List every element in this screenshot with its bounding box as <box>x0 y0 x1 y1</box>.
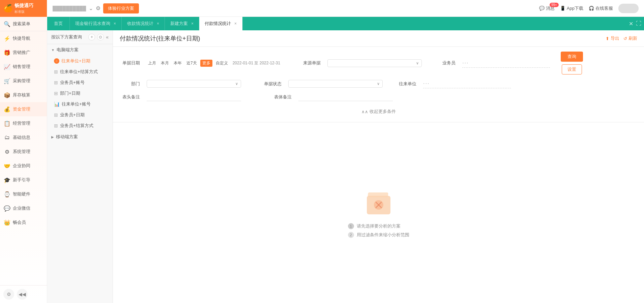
header-gear-btn[interactable]: ⌄ <box>89 5 93 11</box>
collapse-sidebar-btn[interactable]: ◀◀ <box>17 289 28 300</box>
app-name: 畅捷通巧 <box>14 3 33 9</box>
scheme-dept-date-label: 部门+日期 <box>60 90 80 96</box>
date-opt-custom[interactable]: 自定义 <box>214 60 229 67</box>
staff-input[interactable]: ··· <box>462 59 550 68</box>
close-all-tabs-btn[interactable]: ✕ <box>629 21 633 27</box>
body-note-input[interactable] <box>298 93 393 101</box>
source-chevron-icon: ∨ <box>416 61 419 65</box>
add-scheme-btn[interactable]: + <box>88 34 95 40</box>
scheme-staff-date-label: 业务员+日期 <box>60 112 85 118</box>
guide-icon: 🎓 <box>4 177 10 183</box>
scheme-partner-account[interactable]: 📊 往来单位+账号 <box>50 99 113 110</box>
mobile-category-label: 移动端方案 <box>56 134 78 140</box>
tab-payment-close[interactable]: × <box>234 21 237 26</box>
source-select[interactable]: ∨ <box>327 59 422 67</box>
sidebar-item-basic[interactable]: 🗂 基础信息 <box>0 130 47 145</box>
maximize-btn[interactable]: ⛶ <box>636 21 641 27</box>
sidebar-item-wechat[interactable]: 💬 企业微信 <box>0 201 47 215</box>
date-opt-this-month[interactable]: 本月 <box>159 60 170 67</box>
body-note-label: 表体备注 <box>268 94 292 100</box>
date-opt-last-month[interactable]: 上月 <box>147 60 157 67</box>
collapse-scheme-btn[interactable]: « <box>106 34 109 40</box>
refresh-btn[interactable]: ↺ 刷新 <box>623 35 637 41</box>
header-title-blur: ██████████ <box>53 6 86 11</box>
online-service-btn[interactable]: 🎧 在线客服 <box>589 5 613 11</box>
wechat-label: 企业微信 <box>13 205 30 211</box>
tab-new-scheme[interactable]: 新建方案 × <box>165 17 199 30</box>
sidebar-bottom: ⚙ ◀◀ <box>0 285 47 303</box>
tab-payment[interactable]: 付款情况统计 × <box>199 17 242 30</box>
try-industry-btn[interactable]: 体验行业方案 <box>103 3 139 13</box>
staff-label: 业务员 <box>435 60 456 66</box>
sidebar-item-hardware[interactable]: ⌚ 智能硬件 <box>0 187 47 201</box>
content-area: 按以下方案查询 + ⊙ « ▼ 电脑端方案 ○ 往来单位+日期 <box>47 30 644 303</box>
basic-label: 基础信息 <box>13 134 30 141</box>
empty-illustration <box>362 187 396 218</box>
scheme-staff-account[interactable]: ⊞ 业务员+账号 <box>50 77 113 88</box>
head-note-input[interactable] <box>147 93 241 101</box>
doc-status-select[interactable]: ∨ <box>288 80 383 88</box>
scheme-partner-date[interactable]: ○ 往来单位+日期 <box>50 56 113 66</box>
sidebar-item-guide[interactable]: 🎓 新手引导 <box>0 173 47 187</box>
tab-payment-label: 付款情况统计 <box>205 21 231 27</box>
dept-select[interactable]: ∨ <box>147 80 241 88</box>
tab-income-close[interactable]: × <box>157 21 159 26</box>
message-icon: 💬 <box>539 6 545 11</box>
tab-bank-close[interactable]: × <box>114 21 116 26</box>
page-title-bar: 付款情况统计(往来单位+日期) ⬆ 导出 ↺ 刷新 <box>113 30 644 47</box>
sidebar-item-marketing[interactable]: 🎁 营销推广 <box>0 46 47 60</box>
sidebar-item-finance[interactable]: 💰 资金管理 <box>0 102 47 116</box>
quicknav-label: 快捷导航 <box>13 35 30 41</box>
sidebar-item-inventory[interactable]: 📦 库存核算 <box>0 88 47 102</box>
tab-home[interactable]: 首页 <box>47 17 70 30</box>
date-opt-this-year[interactable]: 本年 <box>172 60 183 67</box>
date-opt-7days[interactable]: 近7天 <box>185 60 198 67</box>
message-btn[interactable]: 💬 消息 99+ <box>539 5 555 11</box>
sidebar-item-system[interactable]: ⚙ 系统管理 <box>0 145 47 159</box>
purchase-icon: 🛒 <box>4 78 10 84</box>
user-avatar[interactable] <box>618 4 639 13</box>
filter-settings-btn[interactable]: 设置 <box>562 64 582 74</box>
tab-bank[interactable]: 现金银行流水查询 × <box>70 17 122 30</box>
collab-label: 企业协同 <box>13 163 30 169</box>
sidebar-item-purchase[interactable]: 🛒 采购管理 <box>0 74 47 88</box>
right-content: 付款情况统计(往来单位+日期) ⬆ 导出 ↺ 刷新 单据日期 <box>113 30 644 303</box>
search-label: 搜索菜单 <box>13 21 30 27</box>
scheme-staff-settle[interactable]: ⊞ 业务员+结算方式 <box>50 120 113 131</box>
sidebar-item-quicknav[interactable]: ⚡ 快捷导航 <box>0 31 47 46</box>
manage-scheme-btn[interactable]: ⊙ <box>97 34 104 40</box>
header-settings-btn[interactable]: ⚙ <box>96 5 100 11</box>
partner-input[interactable]: ··· <box>423 79 511 88</box>
tab-income[interactable]: 收款情况统计 × <box>122 17 165 30</box>
scheme-staff-date[interactable]: ⊞ 业务员+日期 <box>50 110 113 120</box>
settings-gear-btn[interactable]: ⚙ <box>3 289 14 300</box>
sidebar-item-member[interactable]: 👑 畅会员 <box>0 215 47 230</box>
query-btn[interactable]: 查询 <box>561 52 583 62</box>
finance-label: 资金管理 <box>13 106 30 112</box>
sidebar-item-sales[interactable]: 📈 销售管理 <box>0 60 47 74</box>
app-download-label: App下载 <box>567 5 583 11</box>
tab-income-label: 收款情况统计 <box>127 21 153 27</box>
headset-icon: 🎧 <box>589 6 594 11</box>
refresh-icon: ↺ <box>623 36 627 41</box>
sidebar-search[interactable]: 🔍 搜索菜单 <box>0 17 47 31</box>
tab-new-scheme-close[interactable]: × <box>191 21 194 26</box>
date-opt-more[interactable]: 更多 <box>200 60 212 67</box>
scheme-dept-date[interactable]: ⊞ 部门+日期 <box>50 88 113 99</box>
export-label: 导出 <box>611 35 619 41</box>
pc-category-header[interactable]: ▼ 电脑端方案 <box>47 44 113 56</box>
sidebar-item-collab[interactable]: 🤝 企业协同 <box>0 159 47 173</box>
sidebar-item-operation[interactable]: 📋 经营管理 <box>0 116 47 130</box>
source-label: 来源单据 <box>297 60 321 66</box>
export-btn[interactable]: ⬆ 导出 <box>606 35 619 41</box>
filter-row-3: 表头备注 表体备注 <box>120 93 637 101</box>
collapse-more-btn[interactable]: ∧∧ 收起更多条件 <box>361 109 396 115</box>
app-download-btn[interactable]: 📱 App下载 <box>560 5 583 11</box>
header-right: 💬 消息 99+ 📱 App下载 🎧 在线客服 <box>539 4 639 13</box>
empty-text-container: 1 请先选择要分析的方案 2 用过滤条件来缩小分析范围 <box>348 223 409 238</box>
page-title-actions: ⬆ 导出 ↺ 刷新 <box>606 35 637 41</box>
mobile-category-header[interactable]: ▶ 移动端方案 <box>47 131 113 143</box>
dept-label: 部门 <box>120 81 140 87</box>
scheme-partner-settle[interactable]: ⊞ 往来单位+结算方式 <box>50 66 113 77</box>
tab-bank-label: 现金银行流水查询 <box>75 21 110 27</box>
